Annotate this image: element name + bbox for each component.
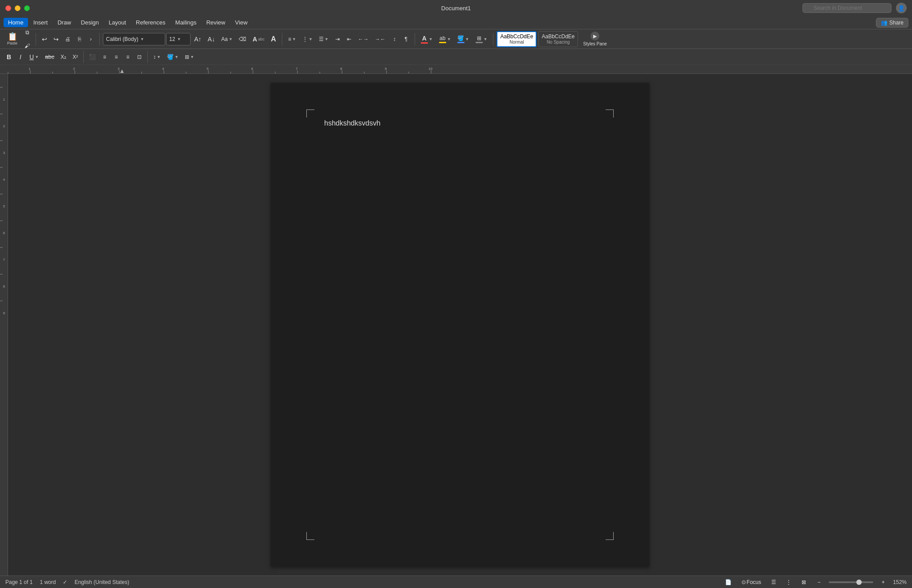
zoom-in-button[interactable]: + [878,576,888,588]
font-name-dropdown[interactable]: Calibri (Body) ▼ [103,33,165,45]
layout-icon1[interactable]: 📄 [722,576,734,588]
ruler-content: 1 2 3 4 5 6 7 8 9 10 [0,65,912,73]
layout-icon2[interactable]: ☰ [768,576,779,588]
decrease-font-button[interactable]: A↓ [205,33,217,45]
numbered-list-button[interactable]: ⋮ ▼ [300,33,315,45]
clipboard-section: 📋 Paste ⧉ 🖌 [4,26,33,52]
user-avatar[interactable]: 👤 [896,3,907,13]
rtl-button[interactable]: →← [372,33,388,45]
style-nospacing-button[interactable]: AaBbCcDdEe No Spacing [538,31,578,47]
shading-button[interactable]: 🪣 ▼ [455,33,472,45]
document-page[interactable]: hshdkshdksvdsvh [271,83,649,567]
font-color-button[interactable]: A ▼ [418,33,436,45]
font-size-value: 12 [169,36,175,42]
bold-button[interactable]: B [4,51,14,63]
print-button[interactable]: 🖨 [62,33,73,45]
shading2-icon: 🪣 [167,54,174,60]
separator1 [36,33,36,45]
format-painter-button[interactable]: 🖌 [22,40,33,52]
styles-pane-button[interactable]: ▶ Styles Pane [580,30,611,48]
align-right-button[interactable]: ≡ [111,51,122,63]
copy-button[interactable]: ⧉ [22,26,33,39]
borders-button[interactable]: ⊞ ▼ [473,33,490,45]
toolbar-row1: 📋 Paste ⧉ 🖌 ↩ ↪ 🖨 ⎘ › [0,29,912,49]
borders2-button[interactable]: ⊞ ▼ [182,51,197,63]
show-formatting-button[interactable]: ¶ [401,33,411,45]
italic-button[interactable]: I [15,51,26,63]
line-spacing-button[interactable]: ↕ ▼ [151,51,163,63]
increase-font-button[interactable]: A↑ [191,33,204,45]
align-left-button[interactable]: ⬛ [86,51,98,63]
svg-text:9: 9 [3,311,5,315]
layout-icon3[interactable]: ⊠ [798,576,809,588]
styles-arrow-icon: ▶ [590,32,599,41]
proofing-icon[interactable]: ✓ [63,579,67,585]
text-style-button[interactable]: A abc [250,33,267,45]
font-name-chevron: ▼ [140,37,144,41]
menu-mailings[interactable]: Mailings [171,18,201,27]
subscript-button[interactable]: X₂ [58,51,69,63]
text-highlight-button[interactable]: ab ▼ [436,33,454,45]
paste-button[interactable]: 📋 Paste [4,31,21,47]
styles-gallery: AaBbCcDdEe Normal AaBbCcDdEe No Spacing … [497,30,610,48]
svg-text:2: 2 [73,67,75,71]
zoom-slider[interactable] [829,581,873,583]
shading2-button[interactable]: 🪣 ▼ [164,51,181,63]
share-button[interactable]: 👥 Share [876,18,908,28]
large-A-button[interactable]: A [268,33,279,45]
separator5 [493,33,493,45]
nospacing-preview: AaBbCcDdEe [542,33,574,40]
shading-bar [457,42,464,43]
style-normal-button[interactable]: AaBbCcDdEe Normal [497,31,537,47]
close-button[interactable] [5,5,11,11]
change-case-button[interactable]: Aa ▼ [219,33,236,45]
line-spacing-chevron: ▼ [157,55,161,59]
justify-button[interactable]: ≡ [122,51,133,63]
underline-button[interactable]: U ▼ [27,51,41,63]
distributed-button[interactable]: ⊡ [134,51,145,63]
svg-text:2: 2 [3,124,5,128]
multilevel-list-button[interactable]: ☰ ▼ [316,33,331,45]
sort-button[interactable]: ↕ [389,33,400,45]
increase-indent-button[interactable]: ⇥ [332,33,343,45]
minimize-button[interactable] [15,5,20,11]
format-options-button[interactable]: ⎘ [74,33,85,45]
menu-references[interactable]: References [131,18,170,27]
svg-text:1: 1 [28,67,31,71]
maximize-button[interactable] [24,5,30,11]
more-button[interactable]: › [86,33,96,45]
window-title: Document1 [441,5,471,12]
focus-label: Focus [747,579,761,585]
menu-review[interactable]: Review [202,18,230,27]
strikethrough-button[interactable]: abc [42,51,57,63]
clear-format-button[interactable]: ⌫ [236,33,249,45]
underline-icon: U [29,53,34,61]
decrease-indent-button[interactable]: ⇤ [344,33,354,45]
history-section: ↩ ↪ 🖨 ⎘ › [39,33,96,45]
zoom-out-button[interactable]: − [814,576,824,588]
undo-button[interactable]: ↩ [39,33,50,45]
focus-button[interactable]: ⊙ Focus [739,576,764,588]
superscript-button[interactable]: X² [70,51,81,63]
redo-icon: ↪ [53,36,59,43]
bullet-list-button[interactable]: ≡ ▼ [285,33,299,45]
format-icon: ⎘ [78,36,81,42]
menu-layout[interactable]: Layout [104,18,130,27]
corner-mark-tr [606,109,614,118]
increase-indent-icon: ⇥ [335,36,340,42]
outline-icon[interactable]: ⋮ [783,576,794,588]
ltr-button[interactable]: ←→ [355,33,371,45]
language-indicator[interactable]: English (United States) [74,579,129,585]
font-size-dropdown[interactable]: 12 ▼ [166,33,191,45]
page-content[interactable]: hshdkshdksvdsvh [324,118,614,128]
menu-view[interactable]: View [231,18,252,27]
menu-design[interactable]: Design [77,18,103,27]
align-center-button[interactable]: ≡ [99,51,110,63]
search-input[interactable] [802,3,892,13]
nospacing-label: No Spacing [547,40,570,45]
font-color-section: A ▼ ab ▼ 🪣 ▼ ⊞ ▼ [418,33,490,45]
menu-draw[interactable]: Draw [53,18,75,27]
redo-button[interactable]: ↪ [51,33,61,45]
svg-text:10: 10 [428,67,432,71]
svg-text:4: 4 [3,178,5,182]
